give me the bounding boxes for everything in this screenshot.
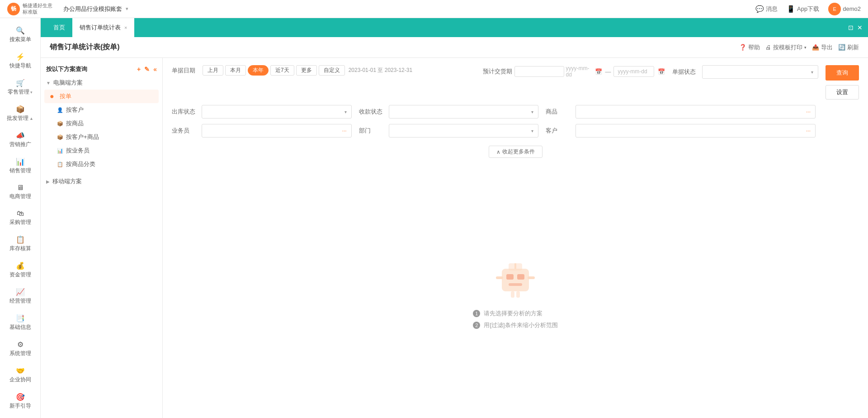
last-7-days-btn[interactable]: 近7天 [270, 65, 294, 76]
purchase-icon: 🛍 [17, 209, 24, 218]
finance-icon: 💰 [16, 261, 25, 270]
tab-close-icon[interactable]: × [124, 25, 127, 30]
this-month-btn[interactable]: 本月 [225, 65, 246, 76]
sidebar-item-operations[interactable]: 📈 经营管理 [0, 283, 40, 309]
expected-delivery-label: 预计交货期 [483, 67, 512, 76]
sidebar-item-app-center[interactable]: 📱 应用中心 [0, 414, 40, 418]
this-year-btn[interactable]: 本年 [248, 65, 269, 76]
settings-button[interactable]: 设置 [826, 85, 859, 100]
sidebar-item-purchase[interactable]: 🛍 采购管理 [0, 205, 40, 231]
tab-home[interactable]: 首页 [46, 18, 72, 37]
tab-bar-right: ⊡ ✕ [848, 24, 863, 31]
customer-scheme-icon: 👤 [57, 107, 63, 113]
refresh-button[interactable]: 🔄 刷新 [838, 43, 859, 52]
message-icon: 💬 [755, 5, 764, 13]
product-more-icon[interactable]: ··· [806, 109, 811, 115]
quick-nav-icon: ⚡ [16, 52, 25, 61]
scheme-item-by-salesperson[interactable]: 📊 按业务员 [44, 144, 159, 157]
scheme-item-by-customer-product[interactable]: 📦 按客户+商品 [44, 130, 159, 144]
logo-area: 畅 畅捷通好生意 标准版 [7, 3, 52, 15]
mobile-scheme-group-header[interactable]: ▶ 移动端方案 [41, 175, 162, 188]
delivery-date-start-group: yyyy-mm-dd 📅 [514, 65, 603, 78]
sidebar-item-retail[interactable]: 🛒 零售管理 ▾ [0, 74, 40, 100]
sidebar: 🔍 搜索菜单 ⚡ 快捷导航 🛒 零售管理 ▾ 📦 批发管理 ▲ 📣 营销推广 [0, 18, 41, 418]
logo-icon: 畅 [7, 3, 20, 15]
wholesale-icon: 📦 [16, 105, 25, 114]
tip2-text: 用[过滤]条件来缩小分析范围 [484, 321, 557, 329]
sidebar-item-inventory[interactable]: 📋 库存核算 [0, 231, 40, 257]
shipping-status-label: 出库状态 [172, 108, 199, 116]
delivery-end-calendar-icon[interactable]: 📅 [658, 68, 665, 75]
sidebar-item-ecommerce[interactable]: 🖥 电商管理 [0, 179, 40, 205]
scheme-item-by-product[interactable]: 📦 按商品 [44, 117, 159, 130]
help-button[interactable]: ❓ 帮助 [739, 43, 760, 52]
search-menu-icon: 🔍 [16, 26, 25, 35]
sidebar-item-sales[interactable]: 📊 销售管理 [0, 153, 40, 179]
product-label: 商品 [546, 108, 573, 116]
svg-rect-1 [506, 274, 514, 280]
print-dropdown-icon: ▾ [804, 45, 807, 50]
add-scheme-button[interactable]: + [137, 66, 141, 73]
salesperson-more-icon[interactable]: ··· [342, 128, 347, 134]
operations-icon: 📈 [16, 288, 25, 296]
print-button[interactable]: 🖨 按模板打印 ▾ [765, 43, 807, 52]
scheme-item-by-customer[interactable]: 👤 按客户 [44, 103, 159, 117]
user-profile[interactable]: E demo2 [828, 3, 861, 15]
delivery-date-start-input[interactable] [514, 66, 564, 77]
content-area: 首页 销售订单统计表 × ⊡ ✕ 销售订单统计表(按单) ❓ 帮助 🖨 [41, 18, 868, 418]
query-button[interactable]: 查询 [826, 65, 859, 81]
delivery-start-calendar-icon[interactable]: 📅 [595, 68, 602, 75]
product-select[interactable]: ··· [576, 105, 816, 119]
payment-status-label: 收款状态 [359, 108, 386, 116]
custom-date-btn[interactable]: 自定义 [319, 65, 345, 76]
enterprise-icon: 🤝 [16, 366, 25, 375]
sidebar-item-search-menu[interactable]: 🔍 搜索菜单 [0, 22, 40, 48]
app-download-button[interactable]: 📱 App下载 [787, 5, 819, 13]
top-bar-left: 畅 畅捷通好生意 标准版 办公用品行业模拟账套 ▾ [7, 3, 128, 15]
sidebar-item-enterprise[interactable]: 🤝 企业协同 [0, 362, 40, 388]
top-bar-right: 💬 消息 📱 App下载 E demo2 [755, 3, 861, 15]
logo-text: 畅捷通好生意 标准版 [23, 3, 52, 14]
scheme-item-by-product-category[interactable]: 📋 按商品分类 [44, 157, 159, 171]
tab-sales-order-stats[interactable]: 销售订单统计表 × [72, 18, 134, 37]
customer-more-icon[interactable]: ··· [806, 128, 811, 134]
inventory-icon: 📋 [16, 235, 25, 244]
app-dropdown-arrow[interactable]: ▾ [126, 6, 128, 12]
last-month-btn[interactable]: 上月 [203, 65, 223, 76]
main-layout: 🔍 搜索菜单 ⚡ 快捷导航 🛒 零售管理 ▾ 📦 批发管理 ▲ 📣 营销推广 [0, 18, 868, 418]
export-button[interactable]: 📤 导出 [812, 43, 833, 52]
group-expand-arrow: ▼ [46, 81, 51, 86]
sidebar-item-marketing[interactable]: 📣 营销推广 [0, 127, 40, 153]
print-icon: 🖨 [765, 44, 771, 51]
voucher-status-select[interactable]: ▾ [702, 65, 818, 79]
window-close-icon[interactable]: ✕ [857, 24, 863, 31]
collapse-button[interactable]: ∧ 收起更多条件 [489, 146, 542, 158]
edit-scheme-button[interactable]: ✎ [144, 66, 150, 73]
sidebar-item-new-user[interactable]: 🎯 新手引导 [0, 388, 40, 414]
ecommerce-icon: 🖥 [17, 184, 24, 192]
empty-illustration [488, 255, 542, 300]
salesperson-select[interactable]: ··· [202, 124, 352, 138]
message-button[interactable]: 💬 消息 [755, 5, 778, 13]
sidebar-item-finance[interactable]: 💰 资金管理 [0, 257, 40, 283]
more-date-btn[interactable]: 更多 [296, 65, 317, 76]
sidebar-item-system[interactable]: ⚙ 系统管理 [0, 336, 40, 362]
filter-main: 单据日期 上月 本月 本年 近7天 更多 自定义 2023-01-01 至 20… [163, 58, 868, 166]
payment-status-select[interactable]: ▾ [389, 105, 539, 119]
window-restore-icon[interactable]: ⊡ [848, 24, 854, 31]
department-select[interactable]: ▾ [389, 124, 539, 138]
sidebar-item-basic-info[interactable]: 📑 基础信息 [0, 309, 40, 336]
pc-scheme-group-header[interactable]: ▼ 电脑端方案 [41, 76, 162, 90]
delivery-date-end-input[interactable]: yyyy-mm-dd [613, 66, 654, 77]
empty-tip-2: 2 用[过滤]条件来缩小分析范围 [473, 321, 557, 329]
payment-status-arrow: ▾ [531, 109, 533, 114]
wholesale-arrow-icon: ▲ [29, 116, 33, 121]
collapse-sidebar-button[interactable]: « [153, 66, 157, 73]
scheme-item-by-order[interactable]: ● 按单 [44, 90, 159, 103]
customer-select[interactable]: ··· [576, 124, 816, 138]
tip1-text: 请先选择要分析的方案 [484, 309, 542, 318]
svg-rect-3 [509, 283, 522, 286]
shipping-status-select[interactable]: ▾ [202, 105, 352, 119]
sidebar-item-wholesale[interactable]: 📦 批发管理 ▲ [0, 100, 40, 127]
sidebar-item-quick-nav[interactable]: ⚡ 快捷导航 [0, 48, 40, 74]
